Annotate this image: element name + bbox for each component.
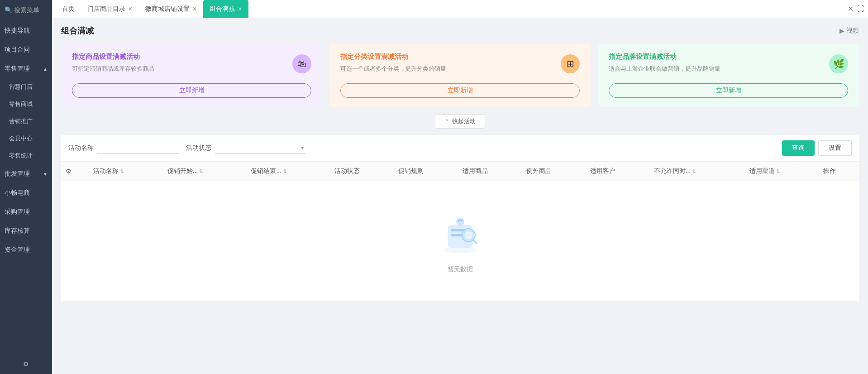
collapse-activities-btn[interactable]: ⌃ 收起活动	[435, 114, 485, 129]
tabs-right-actions: ✕ ⛶	[848, 5, 864, 13]
chevron-up-icon: ▲	[43, 67, 48, 72]
category-card-title: 指定分类设置满减活动	[340, 53, 580, 61]
sidebar-item-purchase-mgmt[interactable]: 采购管理	[0, 202, 52, 221]
table-col-rule-label: 促销规则	[398, 167, 424, 175]
page-title: 组合满减	[61, 25, 94, 36]
category-promo-card: 指定分类设置满减活动 ⊞ 可选一个或者多个分类，提升分类的销量 立即新增	[329, 43, 591, 107]
sidebar-item-label: 采购管理	[5, 208, 30, 216]
video-label: 视频	[846, 27, 859, 35]
table-col-exception: 例外商品	[522, 162, 586, 181]
video-link[interactable]: ▶ 视频	[839, 27, 859, 35]
close-store-products-icon[interactable]: ✕	[128, 6, 133, 12]
table-col-name[interactable]: 活动名称 ⇅	[89, 162, 162, 181]
gear-icon: ⚙	[23, 360, 29, 368]
filter-name-field: 活动名称	[68, 143, 179, 154]
play-icon: ▶	[839, 27, 844, 34]
chevron-down-icon: ▼	[43, 172, 48, 177]
brand-card-desc: 适合与上游企业联合做营销，提升品牌销量	[609, 65, 848, 78]
brand-promo-card: 指定品牌设置满减活动 🌿 适合与上游企业联合做营销，提升品牌销量 立即新增	[598, 43, 859, 107]
sidebar-search[interactable]: 🔍 搜索菜单	[0, 0, 52, 21]
search-icon: 🔍	[5, 6, 12, 14]
table-col-end-label: 促销结束...	[251, 167, 281, 175]
filter-status-label: 活动状态	[186, 144, 211, 152]
sidebar-item-label: 快捷导航	[5, 27, 30, 35]
main-area: 首页 门店商品目录 ✕ 微商城店铺设置 ✕ 组合满减 ✕ ✕ ⛶ 组合满减 ▶ …	[52, 0, 868, 374]
svg-line-6	[473, 240, 477, 244]
table-col-start-label: 促销开始...	[167, 167, 198, 175]
sort-icon: ⇅	[776, 168, 780, 174]
sidebar-item-marketing[interactable]: 营销推广	[0, 113, 52, 130]
sidebar-item-wholesale-mgmt[interactable]: 批发管理 ▼	[0, 164, 52, 183]
setting-btn[interactable]: 设置	[818, 140, 852, 156]
sort-icon: ⇅	[692, 168, 696, 174]
table-settings-icon[interactable]: ⚙	[66, 168, 72, 175]
brand-card-title: 指定品牌设置满减活动	[609, 53, 848, 61]
sidebar-item-project-contract[interactable]: 项目合同	[0, 40, 52, 59]
sidebar-item-fund-mgmt[interactable]: 资金管理	[0, 240, 52, 259]
close-window-icon[interactable]: ✕	[848, 5, 854, 13]
product-card-title: 指定商品设置满减活动	[72, 53, 311, 61]
tab-store-products[interactable]: 门店商品目录 ✕	[81, 0, 139, 18]
sidebar-item-smart-store[interactable]: 智慧门店	[0, 78, 52, 96]
tab-combo-discount-label: 组合满减	[210, 5, 235, 13]
sidebar: 🔍 搜索菜单 快捷导航 项目合同 零售管理 ▲ 智慧门店 零售商城 营销推广 会…	[0, 0, 52, 374]
table-col-exception-label: 例外商品	[526, 167, 552, 175]
sidebar-item-label: 资金管理	[5, 246, 30, 254]
bag-icon: 🛍	[297, 59, 306, 69]
sidebar-item-inventory-calc[interactable]: 库存核算	[0, 221, 52, 240]
svg-point-5	[464, 231, 472, 239]
sort-icon: ⇅	[199, 168, 203, 174]
table-col-channel[interactable]: 适用渠道 ⇅	[745, 162, 819, 181]
promo-cards-row: 指定商品设置满减活动 🛍 可指定滞销商品或库存较多商品 立即新增 指定分类设置满…	[61, 43, 859, 107]
brand-card-icon: 🌿	[829, 54, 848, 73]
tab-combo-discount[interactable]: 组合满减 ✕	[203, 0, 248, 18]
product-card-icon: 🛍	[292, 54, 311, 73]
collapse-bar: ⌃ 收起活动	[61, 114, 859, 129]
sidebar-item-retail-mall[interactable]: 零售商城	[0, 96, 52, 113]
collapse-icon: ⌃	[444, 118, 449, 125]
query-btn[interactable]: 查询	[782, 140, 815, 156]
svg-point-7	[456, 217, 464, 225]
sidebar-item-member-center[interactable]: 会员中心	[0, 130, 52, 147]
product-card-add-btn[interactable]: 立即新增	[72, 83, 311, 98]
table-col-start[interactable]: 促销开始... ⇅	[163, 162, 247, 181]
activity-name-input[interactable]	[97, 143, 179, 154]
sidebar-settings[interactable]: ⚙	[0, 354, 52, 374]
table-col-status: 活动状态	[330, 162, 394, 181]
filter-row: 活动名称 活动状态 进行中 已结束 未开始 ▾ 查询 设置	[61, 135, 859, 161]
sidebar-item-label: 营销推广	[9, 118, 33, 125]
tab-home-label: 首页	[62, 5, 75, 13]
table-col-customer-label: 适用客户	[590, 167, 615, 175]
sidebar-item-label: 智慧门店	[9, 83, 33, 90]
sidebar-item-retail-mgmt[interactable]: 零售管理 ▲	[0, 59, 52, 78]
maximize-icon[interactable]: ⛶	[857, 5, 864, 13]
table-col-settings[interactable]: ⚙	[61, 162, 89, 181]
table-col-name-label: 活动名称	[93, 167, 119, 175]
sidebar-item-label: 项目合同	[5, 46, 30, 54]
tab-wechat-store[interactable]: 微商城店铺设置 ✕	[139, 0, 203, 18]
page-header: 组合满减 ▶ 视频	[61, 25, 859, 36]
sidebar-item-label: 批发管理	[5, 170, 30, 178]
sidebar-item-quick-nav[interactable]: 快捷导航	[0, 21, 52, 40]
activity-status-select[interactable]: 进行中 已结束 未开始	[215, 143, 305, 154]
category-card-add-btn[interactable]: 立即新增	[340, 83, 580, 98]
table-col-end[interactable]: 促销结束... ⇅	[246, 162, 330, 181]
sidebar-item-xiaowei-ecom[interactable]: 小畅电商	[0, 183, 52, 202]
sidebar-item-label: 库存核算	[5, 227, 30, 235]
table-col-no-concurrent-label: 不允许同时...	[654, 167, 691, 175]
close-combo-discount-icon[interactable]: ✕	[238, 6, 242, 12]
brand-card-add-btn[interactable]: 立即新增	[609, 83, 848, 98]
filter-name-label: 活动名称	[68, 144, 94, 152]
category-card-icon: ⊞	[561, 54, 580, 73]
activities-table: ⚙ 活动名称 ⇅ 促销开始... ⇅	[61, 161, 859, 301]
tab-home[interactable]: 首页	[56, 0, 81, 18]
close-wechat-store-icon[interactable]: ✕	[192, 6, 197, 12]
filter-status-field: 活动状态 进行中 已结束 未开始 ▾	[186, 143, 305, 154]
sidebar-search-label: 搜索菜单	[14, 6, 39, 14]
status-select-wrapper: 进行中 已结束 未开始 ▾	[215, 143, 305, 154]
table-col-goods-label: 适用商品	[463, 167, 488, 175]
table-col-no-concurrent[interactable]: 不允许同时... ⇅	[649, 162, 745, 181]
category-card-desc: 可选一个或者多个分类，提升分类的销量	[340, 65, 580, 78]
sidebar-item-retail-stats[interactable]: 零售统计	[0, 147, 52, 164]
sidebar-item-label: 会员中心	[9, 135, 33, 142]
